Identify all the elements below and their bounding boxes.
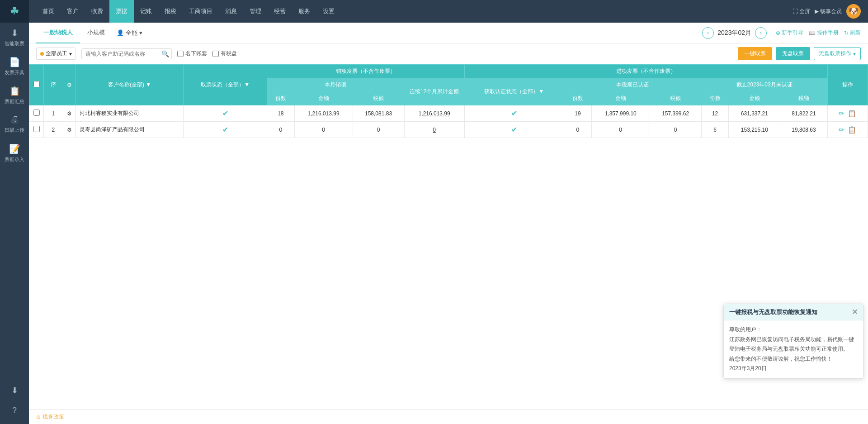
row-checkbox-input[interactable] — [33, 126, 40, 132]
edit-icon[interactable]: ✏ — [839, 110, 844, 117]
refresh-btn[interactable]: ↻ 刷新 — [844, 29, 861, 37]
filter-bar: 全部员工 ▾ 🔍 名下账套 有税盘 一键取票 无盘取票 无盘取票操作 ▾ — [29, 43, 868, 64]
nav-message[interactable]: 消息 — [219, 0, 243, 23]
cumulative-link[interactable]: 0 — [433, 127, 436, 133]
row-config[interactable]: ⚙ — [63, 105, 75, 122]
smart-fetch-icon: ⬇ — [11, 28, 19, 38]
th-cumulative: 连续12个月累计金额 — [404, 78, 464, 105]
employee-select[interactable]: 全部员工 ▾ — [36, 48, 76, 60]
checkbox-tax-disk[interactable]: 有税盘 — [212, 50, 237, 57]
nav-operation[interactable]: 经营 — [268, 0, 292, 23]
row-sales-count: 0 — [267, 122, 295, 138]
one-click-fetch-btn[interactable]: 一键取票 — [738, 47, 772, 60]
row-uncert-count: 6 — [701, 122, 729, 138]
no-disk-fetch-btn[interactable]: 无盘取票 — [776, 47, 810, 60]
th-cert-status[interactable]: 获取认证状态（全部）▼ — [464, 78, 564, 105]
row-checkbox[interactable] — [29, 122, 44, 138]
row-uncert-count: 12 — [701, 105, 729, 122]
row-uncert-tax: 81,822.21 — [780, 105, 827, 122]
member-btn[interactable]: ▶ 畅享会员 — [815, 8, 842, 15]
table-row: 2 ⚙ 灵寿县尚泽矿产品有限公司 ✔ 0 0 0 0 ✔ 0 0 0 6 153… — [29, 122, 868, 138]
th-certified: 本税期已认证 — [564, 78, 702, 92]
sidebar-item-smart-fetch[interactable]: ⬇ 智能取票 — [0, 23, 29, 52]
nav-prev-btn[interactable]: ‹ — [702, 27, 714, 39]
subtab-small-scale[interactable]: 小规模 — [80, 23, 112, 43]
checkbox-sub-accounts[interactable]: 名下账套 — [177, 50, 207, 57]
subtab-all-dropdown-icon: ▾ — [139, 29, 142, 36]
th-no: 序 — [44, 65, 63, 105]
select-all-checkbox[interactable] — [33, 81, 40, 87]
sidebar-item-data-entry[interactable]: 📝 票据录入 — [0, 138, 29, 167]
nav-billing[interactable]: 收费 — [85, 0, 109, 23]
view-icon[interactable]: 📋 — [848, 110, 856, 117]
notif-line: 给您带来的不便敬请谅解，祝您工作愉快！ — [729, 354, 858, 364]
fetch-status-icon: ✔ — [222, 110, 228, 117]
member-icon: ▶ — [815, 8, 819, 14]
nav-settings[interactable]: 设置 — [316, 0, 341, 23]
refresh-label: 刷新 — [850, 29, 861, 37]
row-config[interactable]: ⚙ — [63, 122, 75, 138]
row-uncert-amount: 631,337.21 — [729, 105, 780, 122]
th-checkbox[interactable] — [29, 65, 44, 105]
th-config[interactable]: ⚙ — [63, 65, 75, 105]
sidebar-item-invoice-summary[interactable]: 📋 票据汇总 — [0, 81, 29, 110]
th-customer-name[interactable]: 客户名称(全部) ▼ — [75, 65, 183, 105]
filter-right-buttons: 一键取票 无盘取票 无盘取票操作 ▾ — [738, 47, 861, 60]
nav-customer[interactable]: 客户 — [61, 0, 85, 23]
sidebar-help[interactable]: ? — [0, 401, 29, 419]
row-cert-tax: 157,399.62 — [650, 105, 701, 122]
th-uncert-tax: 税额 — [780, 92, 827, 105]
notif-line: 尊敬的用户： — [729, 325, 858, 335]
row-uncert-amount: 153,215.10 — [729, 122, 780, 138]
search-icon[interactable]: 🔍 — [161, 50, 169, 57]
sidebar-label-smart-fetch: 智能取票 — [5, 40, 24, 47]
nav-invoice[interactable]: 票据 — [109, 0, 134, 23]
row-customer-name: 河北柯睿稷实业有限公司 — [75, 105, 183, 122]
search-input[interactable] — [81, 48, 172, 59]
row-checkbox[interactable] — [29, 105, 44, 122]
edit-icon[interactable]: ✏ — [839, 126, 844, 133]
nav-bookkeeping[interactable]: 记账 — [134, 0, 158, 23]
th-cert-count: 份数 — [564, 92, 592, 105]
cumulative-link[interactable]: 1,216,013.99 — [419, 110, 450, 117]
no-disk-ops-btn[interactable]: 无盘取票操作 ▾ — [814, 47, 861, 60]
nav-next-btn[interactable]: › — [755, 27, 767, 39]
nav-service[interactable]: 服务 — [292, 0, 316, 23]
manual-btn[interactable]: 📖 操作手册 — [809, 29, 839, 37]
subtab-all[interactable]: 👤 全能 ▾ — [112, 29, 147, 37]
th-fetch-status[interactable]: 取票状态（全部）▼ — [184, 65, 267, 105]
nav-tax[interactable]: 报税 — [158, 0, 183, 23]
view-icon[interactable]: 📋 — [848, 126, 856, 133]
row-checkbox-input[interactable] — [33, 110, 40, 116]
notif-close-btn[interactable]: ✕ — [852, 308, 858, 316]
sidebar-bottom: ⬇ ? — [0, 381, 29, 424]
row-no: 2 — [44, 122, 63, 138]
checkbox-sub-accounts-input[interactable] — [177, 51, 184, 57]
new-guide-label: 新手引导 — [782, 29, 803, 37]
th-current-month: 本月销项 — [267, 78, 405, 92]
nav-manage[interactable]: 管理 — [243, 0, 268, 23]
employee-chevron-icon: ▾ — [69, 51, 72, 57]
row-fetch-status: ✔ — [184, 105, 267, 122]
main-table: 序 ⚙ 客户名称(全部) ▼ 取票状态（全部）▼ 销项发票（不含作废票） 进项发… — [29, 64, 868, 138]
checkbox-tax-disk-input[interactable] — [212, 51, 219, 57]
avatar[interactable]: 🐶 — [846, 4, 861, 19]
scan-upload-icon: 🖨 — [10, 114, 19, 125]
subtab-general-taxpayer[interactable]: 一般纳税人 — [36, 23, 80, 43]
th-cert-amount: 金额 — [591, 92, 650, 105]
notif-title: 一键报税与无盘取票功能恢复通知 — [729, 308, 817, 316]
sidebar-item-invoice-open[interactable]: 📄 发票开具 — [0, 52, 29, 81]
invoice-summary-icon: 📋 — [9, 86, 20, 96]
nav-business[interactable]: 工商项目 — [183, 0, 219, 23]
row-sales-amount: 1,216,013.99 — [294, 105, 353, 122]
fullscreen-btn[interactable]: ⛶ 全屏 — [793, 8, 810, 15]
sidebar-download[interactable]: ⬇ — [0, 381, 29, 400]
manual-icon: 📖 — [809, 30, 816, 36]
new-guide-btn[interactable]: ⊕ 新手引导 — [776, 29, 803, 37]
sidebar-item-scan-upload[interactable]: 🖨 扫描上传 — [0, 110, 29, 138]
tax-policy-link[interactable]: ⊙ 税务政策 — [36, 413, 64, 421]
row-sales-amount: 0 — [294, 122, 353, 138]
th-cert-tax: 税额 — [650, 92, 701, 105]
th-sales-tax: 税额 — [353, 92, 404, 105]
nav-home[interactable]: 首页 — [36, 0, 61, 23]
